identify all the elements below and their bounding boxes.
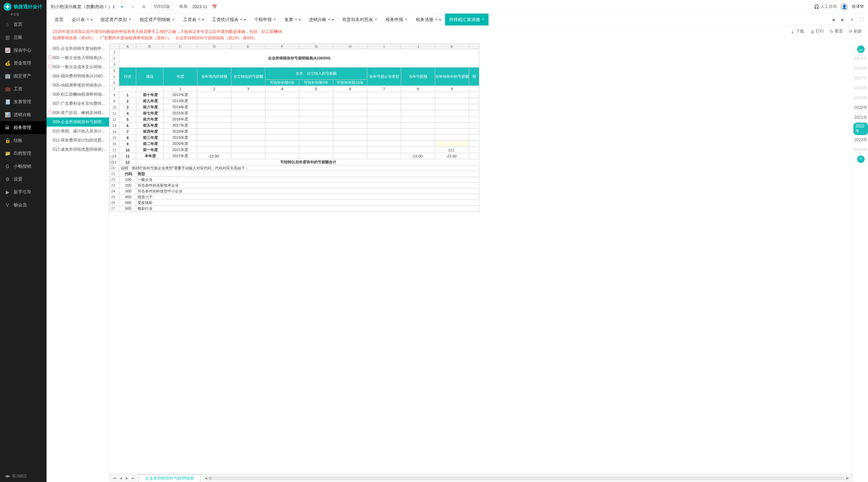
tab[interactable]: 所得税汇算清缴✕ bbox=[445, 14, 489, 25]
cell[interactable] bbox=[401, 116, 435, 123]
row-header[interactable]: 1 bbox=[110, 49, 119, 55]
row-header[interactable]: 13 bbox=[110, 123, 119, 129]
tree-collapse-handle[interactable]: « bbox=[109, 155, 113, 169]
row-header[interactable]: 17 bbox=[110, 147, 119, 153]
cell[interactable] bbox=[333, 135, 367, 141]
cell[interactable]: 前一年度 bbox=[136, 147, 163, 153]
row-header[interactable]: 5 bbox=[110, 74, 119, 80]
period-value[interactable]: 2023-11 bbox=[192, 4, 207, 9]
row-header[interactable]: 14 bbox=[110, 129, 119, 135]
cell[interactable]: 2016年度 bbox=[163, 116, 197, 123]
sheet-last-icon[interactable]: ⏭ bbox=[130, 476, 136, 481]
row-header[interactable]: 27 bbox=[110, 206, 119, 211]
row-header[interactable]: 26 bbox=[110, 200, 119, 206]
row-header[interactable]: 22 bbox=[110, 177, 119, 183]
tab[interactable]: 进销台账✕▾ bbox=[305, 14, 338, 25]
refresh-button[interactable]: ⟳刷新 bbox=[849, 29, 862, 34]
cell[interactable]: 4 bbox=[119, 110, 136, 116]
cell[interactable] bbox=[197, 98, 231, 104]
row-header[interactable]: 15 bbox=[110, 135, 119, 141]
cell[interactable]: 前四年度 bbox=[136, 129, 163, 135]
cell[interactable] bbox=[333, 110, 367, 116]
cell[interactable]: 400 bbox=[119, 194, 136, 200]
col-header[interactable]: A bbox=[119, 44, 136, 49]
row-header[interactable]: 16 bbox=[110, 141, 119, 147]
cell[interactable] bbox=[231, 129, 265, 135]
cell[interactable] bbox=[367, 135, 401, 141]
cell[interactable] bbox=[333, 98, 367, 104]
cell[interactable] bbox=[367, 98, 401, 104]
hscroll-left-icon[interactable]: ◀ bbox=[203, 476, 209, 481]
cell[interactable]: 300 bbox=[119, 188, 136, 194]
cell[interactable]: 10 bbox=[119, 147, 136, 153]
cell[interactable] bbox=[231, 92, 265, 98]
col-header[interactable]: F bbox=[265, 44, 299, 49]
sheet-first-icon[interactable]: ⏮ bbox=[112, 476, 118, 481]
sidebar-item-ledger[interactable]: ▥总账 bbox=[0, 31, 47, 44]
cell[interactable] bbox=[265, 110, 299, 116]
tab[interactable]: 发票✕▾ bbox=[280, 14, 305, 25]
horizontal-scrollbar[interactable]: ◀ ▶ bbox=[203, 476, 850, 480]
col-header[interactable]: B bbox=[136, 44, 163, 49]
sidebar-item-home[interactable]: ⌂首页 bbox=[0, 18, 47, 31]
cell[interactable]: 2021年度 bbox=[163, 147, 197, 153]
cell[interactable] bbox=[265, 98, 299, 104]
row-header[interactable]: 10 bbox=[110, 104, 119, 110]
print-button[interactable]: 🖨打印 bbox=[810, 29, 824, 34]
col-header[interactable]: K bbox=[435, 44, 469, 49]
cell[interactable] bbox=[197, 123, 231, 129]
tree-item[interactable]: 003-一般企业成本支出明细... bbox=[47, 62, 109, 72]
col-header[interactable]: I bbox=[367, 44, 401, 49]
cell[interactable]: 11 bbox=[119, 153, 136, 159]
cell[interactable] bbox=[333, 153, 367, 159]
cell[interactable]: 9 bbox=[435, 86, 469, 92]
cell[interactable] bbox=[265, 153, 299, 159]
tree-item[interactable]: 002-一般企业收入明细表(A10... bbox=[47, 53, 109, 62]
sidebar-item-fund[interactable]: 💰资金管理 bbox=[0, 57, 47, 70]
cell[interactable]: -22.00 bbox=[401, 153, 435, 159]
cell[interactable]: 电影行业 bbox=[136, 206, 479, 211]
cell[interactable]: 符合条件的科技型中小企业 bbox=[136, 188, 479, 194]
col-header[interactable]: H bbox=[333, 44, 367, 49]
cell[interactable]: 前八年度 bbox=[136, 104, 163, 110]
col-header[interactable]: G bbox=[299, 44, 333, 49]
cell[interactable]: 6 bbox=[333, 86, 367, 92]
chevron-down-icon[interactable]: ▾ bbox=[118, 3, 126, 11]
row-header[interactable]: 23 bbox=[110, 183, 119, 188]
tree-item[interactable]: 011-研发费用加计扣除优惠... bbox=[47, 136, 109, 145]
tree-item[interactable]: 006-职工薪酬纳税调整明细... bbox=[47, 90, 109, 99]
cell[interactable] bbox=[231, 98, 265, 104]
reset-button[interactable]: ↻重置 bbox=[830, 29, 843, 34]
cell[interactable] bbox=[367, 141, 401, 147]
row-header[interactable]: 24 bbox=[110, 188, 119, 194]
cell[interactable] bbox=[435, 104, 469, 110]
cell[interactable] bbox=[265, 135, 299, 141]
cell[interactable]: 前六年度 bbox=[136, 116, 163, 123]
tree-item[interactable]: 008-资产折旧、摊销及纳税... bbox=[47, 108, 109, 117]
cell[interactable]: 本年度 bbox=[136, 153, 163, 159]
row-header[interactable]: 3 bbox=[110, 61, 119, 68]
consult-button[interactable]: 🎧 人工咨询 bbox=[814, 4, 837, 10]
old-version-button[interactable]: 切到旧版 bbox=[151, 3, 173, 11]
cell[interactable] bbox=[265, 123, 299, 129]
cell[interactable] bbox=[231, 153, 265, 159]
cell[interactable]: 2013年度 bbox=[163, 98, 197, 104]
cell[interactable]: 2 bbox=[119, 98, 136, 104]
row-header[interactable]: 7 bbox=[110, 86, 119, 92]
col-header[interactable]: D bbox=[197, 44, 231, 49]
cell[interactable] bbox=[401, 147, 435, 153]
cell[interactable]: 前七年度 bbox=[136, 110, 163, 116]
cell[interactable] bbox=[469, 110, 479, 116]
cell[interactable] bbox=[231, 135, 265, 141]
cell[interactable]: 前五年度 bbox=[136, 123, 163, 129]
tab[interactable]: 税务清册✕▾ bbox=[412, 14, 445, 25]
cell[interactable] bbox=[197, 135, 231, 141]
sidebar-item-archive[interactable]: 📁归档管理 bbox=[0, 147, 47, 160]
cell[interactable] bbox=[401, 141, 435, 147]
cell[interactable]: 7 bbox=[367, 86, 401, 92]
year-item[interactable]: 2022年 bbox=[853, 123, 868, 135]
cell[interactable] bbox=[435, 98, 469, 104]
row-header[interactable]: 4 bbox=[110, 68, 119, 74]
sidebar-item-expense[interactable]: G小畅报销 bbox=[0, 160, 47, 173]
cell[interactable]: 2018年度 bbox=[163, 129, 197, 135]
